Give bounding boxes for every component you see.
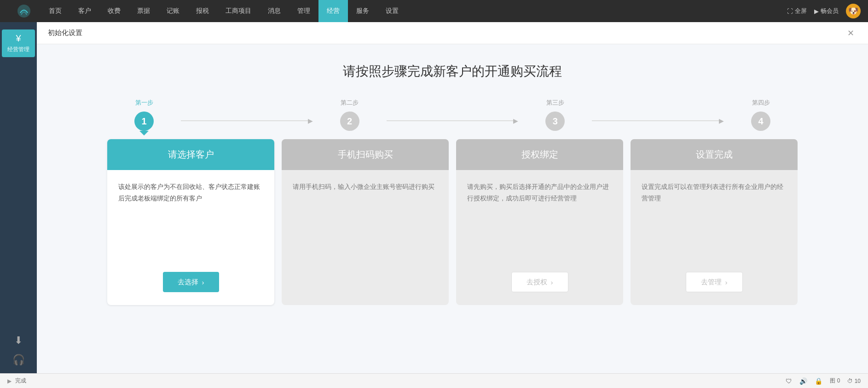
avatar[interactable]: 🐶 <box>846 4 861 18</box>
download-icon[interactable]: ⬇ <box>14 335 23 347</box>
svg-point-0 <box>17 5 30 18</box>
nav-account[interactable]: 记账 <box>158 0 188 22</box>
card3-body: 请先购买，购买后选择开通的产品中的企业用户进行授权绑定，成功后即可进行经营管理 <box>456 170 623 266</box>
close-button[interactable]: ✕ <box>844 27 857 40</box>
nav-customer[interactable]: 客户 <box>70 0 99 22</box>
card2-header: 手机扫码购买 <box>282 139 449 170</box>
vip-icon: ▶ <box>814 8 819 15</box>
step-card-2: 手机扫码购买 请用手机扫码，输入小微企业主账号密码进行购买 <box>282 139 449 305</box>
card4-footer: 去管理 › <box>631 266 798 305</box>
wizard-content: 请按照步骤完成新客户的开通购买流程 第一步 1 <box>37 44 868 373</box>
nav-industry[interactable]: 工商项目 <box>217 0 260 22</box>
sidebar: ¥ 经营管理 ⬇ 🎧 <box>0 22 37 373</box>
page-title: 初始化设置 <box>48 29 82 37</box>
clock-icon: ⏱ 10 <box>847 378 861 384</box>
nav-fee[interactable]: 收费 <box>99 0 129 22</box>
go-authorize-button[interactable]: 去授权 › <box>511 272 568 292</box>
step4-label: 第四步 <box>752 99 770 107</box>
nav-service[interactable]: 服务 <box>348 0 377 22</box>
status-bar-right: 🛡 🔊 🔒 图 0 ⏱ 10 <box>786 377 861 385</box>
step2-label: 第二步 <box>341 99 359 107</box>
arrow-icon-1: › <box>202 278 204 286</box>
step-card-1: 请选择客户 该处展示的客户为不在回收站、客户状态正常建账后完成老板端绑定的所有客… <box>107 139 274 305</box>
step4-head: 第四步 4 <box>724 99 798 135</box>
connector-3-4: ▶ <box>592 117 724 124</box>
go-manage-button[interactable]: 去管理 › <box>686 272 743 292</box>
connector-1-2: ▶ <box>181 117 313 124</box>
lock-icon: 🔒 <box>815 377 822 385</box>
step2-head: 第二步 2 <box>313 99 387 135</box>
card1-footer: 去选择 › <box>107 266 274 305</box>
steps-header: 第一步 1 ▶ 第二步 2 <box>107 99 798 135</box>
step3-circle: 3 <box>545 112 565 131</box>
step3-head: 第三步 3 <box>518 99 592 135</box>
vip-btn[interactable]: ▶ 畅会员 <box>814 7 839 15</box>
status-label: 完成 <box>15 377 26 385</box>
page-header: 初始化设置 ✕ <box>37 22 868 44</box>
nav-manage[interactable]: 管理 <box>289 0 318 22</box>
card2-footer <box>282 287 449 305</box>
play-icon: ▶ <box>7 378 12 384</box>
nav-message[interactable]: 消息 <box>260 0 289 22</box>
fullscreen-btn[interactable]: ⛶ 全屏 <box>787 7 807 15</box>
yuan-icon: ¥ <box>16 33 21 44</box>
steps-section: 第一步 1 ▶ 第二步 2 <box>107 99 798 305</box>
headset-icon[interactable]: 🎧 <box>12 354 25 366</box>
card2-body: 请用手机扫码，输入小微企业主账号密码进行购买 <box>282 170 449 287</box>
top-nav: 首页 客户 收费 票据 记账 报税 工商项目 消息 管理 经营 服务 设置 ⛶ … <box>0 0 868 22</box>
step3-label: 第三步 <box>546 99 564 107</box>
card1-body: 该处展示的客户为不在回收站、客户状态正常建账后完成老板端绑定的所有客户 <box>107 170 274 266</box>
step-card-4: 设置完成 设置完成后可以在管理列表进行所有企业用户的经营管理 去管理 › <box>631 139 798 305</box>
step1-label: 第一步 <box>135 99 153 107</box>
nav-settings[interactable]: 设置 <box>377 0 407 22</box>
step1-pointer <box>139 131 149 135</box>
shield-icon: 🛡 <box>786 377 792 385</box>
page-wrapper: 首页 客户 收费 票据 记账 报税 工商项目 消息 管理 经营 服务 设置 ⛶ … <box>0 0 868 388</box>
nav-bill[interactable]: 票据 <box>129 0 158 22</box>
fullscreen-icon: ⛶ <box>787 8 793 15</box>
sidebar-bottom: ⬇ 🎧 <box>12 335 25 366</box>
connector-2-3: ▶ <box>387 117 519 124</box>
step1-head: 第一步 1 <box>107 99 181 135</box>
wizard-title: 请按照步骤完成新客户的开通购买流程 <box>343 63 562 80</box>
volume-icon: 🔊 <box>799 377 807 385</box>
nav-home[interactable]: 首页 <box>41 0 70 22</box>
step2-circle: 2 <box>340 112 359 131</box>
chat-icon: 图 0 <box>830 377 840 385</box>
nav-items: 首页 客户 收费 票据 记账 报税 工商项目 消息 管理 经营 服务 设置 <box>41 0 787 22</box>
card1-header: 请选择客户 <box>107 139 274 170</box>
nav-right: ⛶ 全屏 ▶ 畅会员 🐶 <box>787 4 861 18</box>
step1-circle: 1 <box>134 112 154 131</box>
card4-body: 设置完成后可以在管理列表进行所有企业用户的经营管理 <box>631 170 798 266</box>
step4-circle: 4 <box>751 112 770 131</box>
nav-logo <box>7 4 41 18</box>
arrow-icon-4: › <box>725 278 728 286</box>
arrow-icon-3: › <box>551 278 553 286</box>
status-bar: ▶ 完成 🛡 🔊 🔒 图 0 ⏱ 10 <box>0 373 868 388</box>
main-layout: ¥ 经营管理 ⬇ 🎧 初始化设置 ✕ 请按照步骤完成新客户的开通购买流程 <box>0 22 868 373</box>
sidebar-item-operation[interactable]: ¥ 经营管理 <box>2 29 35 57</box>
go-select-button[interactable]: 去选择 › <box>163 272 219 292</box>
sidebar-item-label: 经营管理 <box>7 46 29 53</box>
cards-container: 请选择客户 该处展示的客户为不在回收站、客户状态正常建账后完成老板端绑定的所有客… <box>107 139 798 305</box>
card3-footer: 去授权 › <box>456 266 623 305</box>
nav-tax[interactable]: 报税 <box>188 0 217 22</box>
step-card-3: 授权绑定 请先购买，购买后选择开通的产品中的企业用户进行授权绑定，成功后即可进行… <box>456 139 623 305</box>
nav-operation[interactable]: 经营 <box>318 0 348 22</box>
content-area: 初始化设置 ✕ 请按照步骤完成新客户的开通购买流程 第一步 1 <box>37 22 868 373</box>
card4-header: 设置完成 <box>631 139 798 170</box>
card3-header: 授权绑定 <box>456 139 623 170</box>
